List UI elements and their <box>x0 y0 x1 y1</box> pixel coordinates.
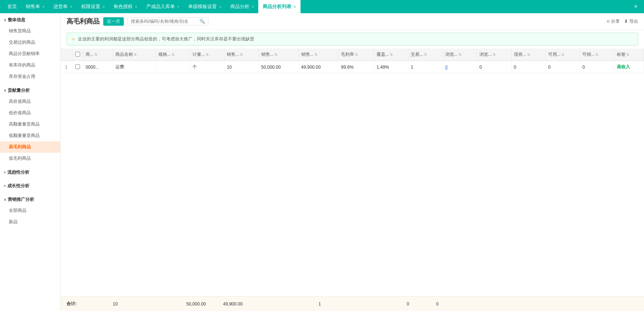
col-header-views1[interactable]: 浏览...⇅ <box>443 48 477 61</box>
header-actions: ⎋ 分享 ⬇ 导出 <box>607 18 638 25</box>
nav-item-purchase[interactable]: 进货单× <box>49 0 76 13</box>
sidebar-item-4-1[interactable]: 新品 <box>0 216 60 228</box>
cell-salesQty: 10 <box>224 61 259 73</box>
nav-close-product-analysis[interactable]: × <box>252 4 254 9</box>
filter-recent-month-button[interactable]: 近一月 <box>103 17 124 26</box>
nav-close-finished-goods[interactable]: × <box>177 4 179 9</box>
sidebar-item-0-0[interactable]: 销售货商品 <box>0 25 60 37</box>
sidebar-item-1-1[interactable]: 低价值商品 <box>0 107 60 119</box>
sort-icon: ⇅ <box>240 53 243 57</box>
sidebar-group-title-3[interactable]: >成长性分析 <box>0 181 60 191</box>
col-header-views2[interactable]: 浏览...⇅ <box>477 48 511 61</box>
sort-icon: ⇅ <box>424 53 427 57</box>
col-header-grossMargin[interactable]: 毛利率⇅ <box>339 48 374 61</box>
col-header-name[interactable]: 商品名称⇅ <box>113 48 156 61</box>
export-label: 导出 <box>629 18 638 25</box>
sort-icon: ⇅ <box>134 53 137 57</box>
col-header-currentStock[interactable]: 现有...⇅ <box>511 48 546 61</box>
col-header-tag[interactable]: 标签⇅ <box>614 48 644 61</box>
nav-item-product-analysis[interactable]: 商品分析× <box>226 0 258 13</box>
nav-item-sales[interactable]: 销售单× <box>21 0 49 13</box>
cell-spec <box>156 61 190 73</box>
cell-views2: 0 <box>477 61 511 73</box>
expand-arrow-icon: ∨ <box>4 18 6 22</box>
nav-close-purchase[interactable]: × <box>70 4 72 9</box>
sidebar-item-1-4[interactable]: 高毛利商品 <box>0 141 60 153</box>
sort-icon: ⇅ <box>172 53 175 57</box>
sidebar-group-title-0[interactable]: ∨整体信息 <box>0 15 60 25</box>
search-icon[interactable]: 🔍 <box>199 19 205 24</box>
info-text: 企业的主要的利润都是这部分商品创造的，可考虑加大推广，同时关注库存是不要出现缺货 <box>78 36 254 42</box>
nav-close-roles[interactable]: × <box>135 4 137 9</box>
sort-icon: ⇅ <box>561 53 564 57</box>
footer-total: 合计: 10 50,000.00 49,900.00 1 0 0 <box>61 296 644 311</box>
share-label: 分享 <box>611 18 620 25</box>
sort-icon: ⇅ <box>596 53 598 57</box>
sidebar-group-label: 流趋性分析 <box>7 169 29 176</box>
sidebar-item-1-0[interactable]: 高价值商品 <box>0 96 60 107</box>
nav-item-finished-goods[interactable]: 产成品入库单× <box>142 0 184 13</box>
window-close-button[interactable]: × <box>630 3 641 10</box>
sort-icon: ⇅ <box>527 53 530 57</box>
cell-coverage: 1.49% <box>374 61 408 73</box>
nav-item-permissions[interactable]: 权限设置× <box>77 0 109 13</box>
col-header-salesCost[interactable]: 销售...⇅ <box>299 48 339 61</box>
nav-close-sales[interactable]: × <box>42 4 44 9</box>
footer-sales-cost: 49,900.00 <box>221 301 258 307</box>
cell-availableStock: 0 <box>546 61 580 73</box>
cell-salesCost: 49,900.00 <box>299 61 339 73</box>
product-table: 商...⇅商品名称⇅规格...⇅计量...⇅销售...⇅销售...⇅销售...⇅… <box>61 48 644 73</box>
cell-code: 0000... <box>83 61 113 73</box>
nav-item-roles[interactable]: 角色授权× <box>109 0 141 13</box>
sidebar-group-label: 营销推广分析 <box>8 196 34 203</box>
col-header-salesQty[interactable]: 销售...⇅ <box>224 48 259 61</box>
sidebar-item-0-4[interactable]: 库存资金占用 <box>0 71 60 82</box>
col-header-transactions[interactable]: 交易...⇅ <box>409 48 443 61</box>
expand-arrow-icon: ∨ <box>4 88 6 93</box>
select-all-checkbox[interactable] <box>75 52 80 57</box>
sort-icon: ⇅ <box>206 53 209 57</box>
table-row[interactable]: 10000...运费个1050,000.0049,900.0099.8%1.49… <box>61 61 644 73</box>
col-header-salesAmount[interactable]: 销售...⇅ <box>259 48 299 61</box>
search-input[interactable] <box>131 19 199 24</box>
col-header-code[interactable]: 商...⇅ <box>83 48 113 61</box>
views-link[interactable]: 0 <box>445 65 448 70</box>
sidebar-item-1-2[interactable]: 高颗量量堂商品 <box>0 119 60 130</box>
sort-icon: ⇅ <box>94 53 97 57</box>
search-box: 🔍 <box>127 17 208 25</box>
share-button[interactable]: ⎋ 分享 <box>607 18 620 25</box>
footer-available-stock: 0 <box>434 301 463 307</box>
sort-icon: ⇅ <box>458 53 461 57</box>
sidebar-item-0-3[interactable]: 有库存的商品 <box>0 59 60 71</box>
nav-item-product-analysis-list[interactable]: 商品分析列表× <box>258 0 300 13</box>
col-header-spec[interactable]: 规格...⇅ <box>156 48 190 61</box>
sidebar-group-title-4[interactable]: ∨营销推广分析 <box>0 194 60 205</box>
nav-close-permissions[interactable]: × <box>102 4 105 9</box>
sidebar-item-0-1[interactable]: 交易过的商品 <box>0 37 60 48</box>
col-header-availableStock[interactable]: 可用...⇅ <box>546 48 580 61</box>
sidebar-item-0-2[interactable]: 商品分贡献销率 <box>0 48 60 59</box>
col-header-unit[interactable]: 计量...⇅ <box>190 48 224 61</box>
sidebar-group-0: ∨整体信息销售货商品交易过的商品商品分贡献销率有库存的商品库存资金占用 <box>0 13 60 84</box>
expand-arrow-icon: > <box>4 184 6 188</box>
table-container[interactable]: 商...⇅商品名称⇅规格...⇅计量...⇅销售...⇅销售...⇅销售...⇅… <box>61 48 644 311</box>
row-checkbox[interactable] <box>75 64 80 69</box>
col-header-salableStock[interactable]: 可销...⇅ <box>580 48 614 61</box>
col-header-rownum <box>61 48 72 61</box>
nav-close-product-analysis-list[interactable]: × <box>294 4 296 9</box>
sidebar-item-4-0[interactable]: 全部商品 <box>0 205 60 216</box>
sidebar-group-title-2[interactable]: >流趋性分析 <box>0 167 60 178</box>
nav-item-template-settings[interactable]: 单据模板设置× <box>184 0 226 13</box>
nav-item-home[interactable]: 首页 <box>3 0 21 13</box>
sidebar-item-1-5[interactable]: 低毛利商品 <box>0 153 60 164</box>
cell-checkbox <box>72 61 83 73</box>
nav-close-template-settings[interactable]: × <box>219 4 221 9</box>
sidebar-group-title-1[interactable]: ∨贡献量分析 <box>0 85 60 96</box>
share-icon: ⎋ <box>607 19 609 24</box>
sidebar-item-1-3[interactable]: 低颗量量堂商品 <box>0 130 60 141</box>
sidebar-collapse-button[interactable]: « <box>60 17 61 27</box>
export-button[interactable]: ⬇ 导出 <box>624 18 638 25</box>
footer-current-stock: 0 <box>404 301 434 307</box>
col-header-coverage[interactable]: 覆盖...⇅ <box>374 48 408 61</box>
sort-icon: ⇅ <box>493 53 496 57</box>
